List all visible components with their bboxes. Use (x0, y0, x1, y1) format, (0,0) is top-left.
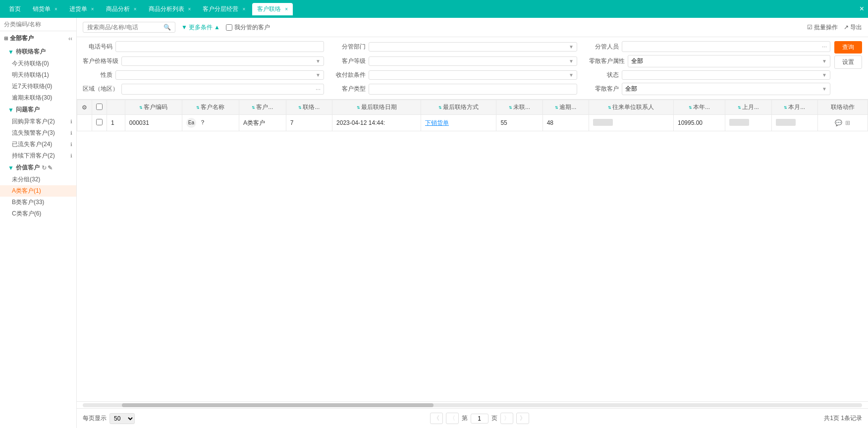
checkbox-batch-icon: ☑ (807, 24, 813, 31)
nav-sales[interactable]: 销货单 × (28, 3, 62, 15)
prev-page-btn[interactable]: 〈 (446, 413, 459, 424)
nav-product-analysis-list[interactable]: 商品分析列表 × (144, 3, 196, 15)
nav-product-analysis[interactable]: 商品分析 × (101, 3, 142, 15)
edit-value-icon[interactable]: ✎ (48, 164, 53, 171)
status-select[interactable]: ▼ (622, 70, 830, 80)
dept-select[interactable]: ▼ (369, 42, 577, 52)
sidebar-item-a-class[interactable]: A类客户(1) (0, 185, 76, 197)
qr-icon[interactable]: ⊞ (845, 119, 850, 126)
batch-op-btn[interactable]: ☑ 批量操作 (807, 23, 838, 32)
section-pending-contact[interactable]: ▼ 待联络客户 (0, 46, 76, 58)
region-dots-btn[interactable]: ··· (316, 86, 321, 93)
nav-customer-contact[interactable]: 客户联络 × (252, 3, 293, 15)
price-level-select[interactable]: ▼ (121, 56, 324, 66)
scroll-thumb[interactable] (122, 403, 434, 407)
search-icon[interactable]: 🔍 (163, 24, 171, 31)
col-this-year[interactable]: ⇅本年... (673, 100, 725, 115)
col-grade[interactable]: ⇅客户... (239, 100, 286, 115)
cell-seq: 1 (107, 115, 125, 131)
info-icon-repurchase[interactable]: ℹ (70, 119, 72, 124)
retail-customer-select[interactable]: 全部▼ (622, 83, 830, 95)
filter-row-2: 客户价格等级 ▼ 客户等级 ▼ (83, 55, 830, 67)
search-input-wrap: 🔍 (83, 22, 175, 33)
filter-field-manager: 分管人员 ··· (589, 41, 830, 52)
sidebar-item-overdue[interactable]: 逾期未联络(30) (0, 92, 76, 104)
nature-select[interactable]: ▼ (115, 70, 324, 80)
col-last-month[interactable]: ⇅上月... (725, 100, 771, 115)
nav-purchase[interactable]: 进货单 × (64, 3, 99, 15)
retail-attr-select[interactable]: 全部▼ (628, 55, 830, 67)
select-all-checkbox[interactable] (96, 104, 103, 110)
customer-level-select[interactable]: ▼ (369, 56, 577, 66)
dept-label: 分管部门 (336, 43, 366, 51)
page-input[interactable] (471, 414, 488, 424)
sidebar-item-c-class[interactable]: C类客户(6) (0, 208, 76, 219)
setting-button[interactable]: 设置 (834, 55, 862, 69)
dept-arrow-icon: ▼ (569, 44, 574, 50)
horizontal-scrollbar[interactable] (77, 401, 868, 408)
first-page-btn[interactable]: 《 (430, 413, 443, 424)
sidebar-item-churned[interactable]: 已流失客户(24) ℹ (0, 139, 76, 150)
page-size-select[interactable]: 50 100 (109, 413, 135, 424)
sidebar-item-tomorrow[interactable]: 明天待联络(1) (0, 69, 76, 81)
last-page-btn[interactable]: 》 (516, 413, 529, 424)
region-label: 区域（地区） (83, 85, 118, 93)
customer-type-input[interactable] (369, 84, 577, 95)
nav-customer-tier[interactable]: 客户分层经营 × (198, 3, 250, 15)
phone-input[interactable] (115, 41, 324, 52)
my-customers-checkbox[interactable]: 我分管的客户 (226, 23, 270, 32)
col-name[interactable]: ⇅客户名称 (182, 100, 239, 115)
query-button[interactable]: 查询 (834, 41, 862, 54)
close-product-analysis-tab[interactable]: × (134, 6, 137, 12)
chat-icon[interactable]: 💬 (835, 119, 842, 126)
close-all-tabs[interactable]: × (860, 4, 864, 13)
close-product-list-tab[interactable]: × (188, 6, 191, 12)
search-input[interactable] (87, 24, 162, 31)
collapse-sidebar-icon[interactable]: ‹‹ (68, 35, 72, 42)
sidebar-item-declining[interactable]: 持续下滑客户(2) ℹ (0, 150, 76, 161)
arrow-pending-icon: ▼ (8, 49, 14, 55)
sidebar-item-b-class[interactable]: B类客户(33) (0, 197, 76, 208)
col-last-type[interactable]: ⇅最后联络方式 (421, 100, 496, 115)
col-this-month[interactable]: ⇅本月... (771, 100, 817, 115)
sidebar-item-7days[interactable]: 近7天待联络(0) (0, 81, 76, 92)
col-overdue[interactable]: ⇅逾期... (542, 100, 589, 115)
row-checkbox[interactable] (96, 119, 103, 125)
last-contact-type-link[interactable]: 下销货单 (425, 119, 449, 126)
next-page-btn[interactable]: 〉 (500, 413, 513, 424)
col-company-contacts[interactable]: ⇅往来单位联系人 (589, 100, 673, 115)
close-customer-tier-tab[interactable]: × (242, 6, 245, 12)
section-value-customers[interactable]: ▼ 价值客户 ↻ ✎ (0, 161, 76, 174)
cell-not-contacted: 55 (496, 115, 542, 131)
refresh-value-icon[interactable]: ↻ (42, 164, 47, 171)
retail-attr-label: 零散客户属性 (589, 57, 625, 65)
region-input[interactable] (125, 86, 316, 93)
col-code[interactable]: ⇅客户编码 (125, 100, 182, 115)
nav-home[interactable]: 首页 (4, 3, 26, 15)
close-customer-contact-tab[interactable]: × (285, 6, 288, 12)
info-icon-declining[interactable]: ℹ (70, 153, 72, 159)
col-contacts[interactable]: ⇅联络... (286, 100, 332, 115)
close-sales-tab[interactable]: × (54, 6, 57, 12)
customer-type-label: 客户类型 (336, 85, 366, 93)
col-last-date[interactable]: ⇅最后联络日期 (332, 100, 421, 115)
manager-dots-btn[interactable]: ··· (822, 43, 827, 50)
payment-select[interactable]: ▼ (369, 70, 577, 80)
col-gear[interactable]: ⚙ (77, 100, 92, 115)
col-not-contacted[interactable]: ⇅未联... (496, 100, 542, 115)
close-purchase-tab[interactable]: × (91, 6, 94, 12)
filter-more-btn[interactable]: ▼ 更多条件 ▲ (181, 23, 220, 32)
sidebar-item-ungrouped[interactable]: 未分组(32) (0, 174, 76, 185)
sidebar-search-input[interactable] (4, 21, 77, 28)
sidebar-item-churn-warning[interactable]: 流失预警客户(3) ℹ (0, 127, 76, 139)
info-icon-churned[interactable]: ℹ (70, 142, 72, 147)
export-icon: ↗ (844, 24, 849, 31)
sidebar-item-repurchase-anomaly[interactable]: 回购异常客户(2) ℹ (0, 116, 76, 127)
info-icon-churn-warning[interactable]: ℹ (70, 130, 72, 136)
export-btn[interactable]: ↗ 导出 (844, 23, 862, 32)
my-customers-check[interactable] (226, 24, 232, 31)
section-problem-customers[interactable]: ▼ 问题客户 (0, 104, 76, 116)
all-customers-header[interactable]: ⊞ 全部客户 ‹‹ (0, 31, 76, 46)
sidebar-item-today[interactable]: 今天待联络(0) (0, 58, 76, 69)
manager-input[interactable] (625, 43, 822, 50)
